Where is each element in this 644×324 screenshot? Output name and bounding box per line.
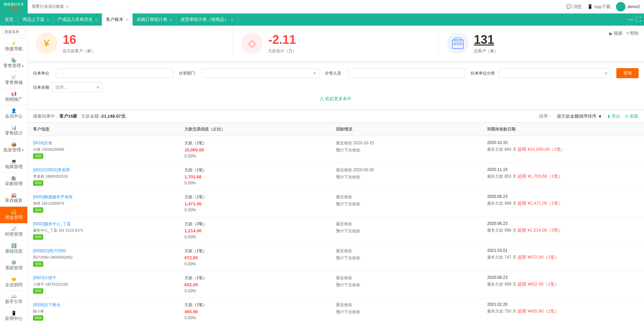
debt-amount[interactable]: 455.90 bbox=[185, 309, 336, 314]
from-unit-input[interactable]: ··· bbox=[56, 68, 173, 78]
overdue-link[interactable]: 超期 ¥10,000.00（1笔） bbox=[517, 147, 565, 152]
collection-cell: 最近收款 2020-06-30 预计下次收款 bbox=[336, 167, 487, 180]
minimize-btn[interactable]: — bbox=[628, 17, 633, 23]
download-btn[interactable]: 📱 App下载 bbox=[587, 4, 611, 10]
sidebar-item-operations[interactable]: 📈 经营管理 bbox=[0, 224, 27, 240]
ecommerce-icon: 💻 bbox=[1, 159, 26, 164]
help-icon: ? bbox=[626, 31, 629, 36]
collection-cell: 最近收款 预计下次收款 bbox=[336, 275, 487, 288]
due-date: 2020.06.23 bbox=[487, 275, 639, 280]
sidebar-item-batch-mgmt[interactable]: 📦 批发管理 ▼ bbox=[0, 139, 27, 156]
close-tab-1[interactable]: ✕ bbox=[47, 18, 49, 22]
overdue-days: 最长欠款 747 天 超期 ¥672.00（1笔） bbox=[487, 254, 639, 260]
help-btn[interactable]: ? 帮助 bbox=[626, 30, 639, 36]
video-btn[interactable]: ▶ 视频 bbox=[609, 30, 622, 36]
customer-name[interactable]: [0007]小饼干 bbox=[33, 275, 185, 281]
close-tab-5[interactable]: ✕ bbox=[231, 18, 233, 22]
customer-name[interactable]: [0001020001]李老师 bbox=[33, 167, 185, 173]
customer-name[interactable]: [000002]用户2050 bbox=[33, 248, 185, 254]
overdue-link[interactable]: 超期 ¥672.00（1笔） bbox=[517, 255, 559, 260]
export-icon: ⬇ bbox=[607, 114, 611, 119]
due-date-cell: 2020.06.23 最长欠款 998 天 超期 ¥652.00（1笔） bbox=[487, 275, 639, 287]
overdue-link[interactable]: 超期 ¥455.90（1笔） bbox=[517, 308, 559, 314]
tab-home[interactable]: 首页 bbox=[0, 13, 19, 26]
balance-select[interactable]: 选择... ▼ bbox=[52, 82, 103, 92]
overdue-days: 最长欠款 884 天 超期 ¥10,000.00（1笔） bbox=[487, 146, 639, 152]
table-header: 客户信息 欠款交易信息（占比） 回款情况 到期未收款日期 bbox=[28, 123, 644, 136]
overdue-link[interactable]: 超期 ¥1,471.00（1笔） bbox=[517, 201, 563, 206]
app-center-label: 应用中心 bbox=[1, 316, 26, 322]
close-tab-2[interactable]: ✕ bbox=[95, 18, 97, 22]
tab-product-history[interactable]: 产成品入库单历史 ✕ bbox=[54, 13, 102, 26]
sidebar-item-retail-mgmt[interactable]: 🏪 零售管理 ▲ bbox=[0, 55, 27, 72]
maximize-btn[interactable]: ⛶ bbox=[636, 17, 641, 23]
debt-amount[interactable]: 1,214.00 bbox=[185, 228, 336, 233]
debt-amount[interactable]: 1,703.68 bbox=[185, 174, 336, 179]
tab-bar: 首页 商品上下架 ✕ 产成品入库单历史 ✕ 客户账本 ✕ 采购订单统计表 ✕ 进… bbox=[0, 13, 644, 26]
close-tab-3[interactable]: ✕ bbox=[125, 18, 128, 22]
dept-select[interactable]: ▼ bbox=[202, 68, 319, 78]
sidebar-item-app-center[interactable]: 📱 应用中心 bbox=[0, 308, 27, 324]
tab-purchase-stats[interactable]: 进货单统计表（按商品） ✕ bbox=[176, 13, 238, 26]
customer-name[interactable]: [0003]畅捷服务尹海燕 bbox=[33, 194, 185, 200]
customer-contact: 用户2050 18665062050 bbox=[33, 255, 185, 260]
sort-select[interactable]: 按欠款金额倒序排序 ▼ bbox=[557, 113, 602, 119]
person-input[interactable]: ··· bbox=[348, 68, 465, 78]
debt-count: 欠款（1笔） bbox=[185, 194, 336, 200]
unit-category-label: 往来单位分类 bbox=[471, 70, 496, 76]
overdue-link[interactable]: 超期 ¥1,214.00（3笔） bbox=[517, 228, 563, 233]
sidebar-item-quick-nav[interactable]: ⚡ 快捷导航 bbox=[0, 38, 27, 55]
last-collection: 最近收款 bbox=[336, 194, 487, 200]
tab-products-offline[interactable]: 商品上下架 ✕ bbox=[19, 13, 54, 26]
sidebar-item-ecommerce[interactable]: 💻 电商管理 bbox=[0, 156, 27, 173]
next-collection: 预计下次收款 bbox=[336, 174, 487, 180]
debt-amount[interactable]: 672.00 bbox=[185, 255, 336, 260]
debt-pct: 0.00% bbox=[185, 262, 336, 266]
unit-category-arrow: ▼ bbox=[605, 71, 608, 75]
industry-selector[interactable]: 母婴行业演示账套 bbox=[32, 4, 64, 9]
person-label: 分管人员 bbox=[325, 70, 345, 76]
unit-category-select[interactable]: ▼ bbox=[499, 68, 611, 78]
retail-store-icon: 🛒 bbox=[1, 75, 26, 80]
overdue-link[interactable]: 超期 ¥1,703.68（1笔） bbox=[517, 174, 563, 179]
sort-label: 排序： bbox=[539, 113, 552, 119]
tab-purchase-order[interactable]: 采购订单统计表 ✕ bbox=[133, 13, 176, 26]
stat-icon-total-customers bbox=[447, 32, 469, 54]
sidebar-item-retail-store[interactable]: 🛒 零售商城 bbox=[0, 72, 27, 89]
close-tab-4[interactable]: ✕ bbox=[169, 18, 172, 22]
customer-tag: 现销 bbox=[33, 180, 43, 186]
sidebar-item-inventory[interactable]: 🏭 库存核算 bbox=[0, 190, 27, 207]
message-btn[interactable]: 💬 消息 bbox=[566, 4, 582, 10]
export-btn[interactable]: ⬇ 导出 bbox=[607, 113, 620, 119]
retail-mgmt-arrow: ▲ bbox=[22, 64, 24, 67]
sidebar-item-system[interactable]: ⚙️ 系统管理 bbox=[0, 257, 27, 274]
debt-amount[interactable]: 1,471.00 bbox=[185, 201, 336, 206]
stat-label-total-customers: 总客户（家） bbox=[474, 48, 498, 54]
sidebar-item-finance[interactable]: 💰 资金管理 bbox=[0, 207, 27, 224]
sidebar-item-guide[interactable]: 📖 新手引导 bbox=[0, 291, 27, 308]
next-collection: 预计下次收款 bbox=[336, 201, 487, 207]
user-menu[interactable]: demo2 bbox=[616, 2, 640, 11]
collapse-btn[interactable]: ⋀ 收起更多条件 bbox=[33, 94, 639, 104]
sidebar-search-input[interactable] bbox=[2, 28, 25, 35]
customer-name[interactable]: [0006]去下粮仓 bbox=[33, 302, 185, 308]
sidebar-item-marketing[interactable]: 📢 营销推广 bbox=[0, 89, 27, 106]
customer-name[interactable]: [0002]服务中心_丁磊 bbox=[33, 221, 185, 227]
stat-value-total-customers[interactable]: 131 bbox=[474, 33, 498, 47]
batch-mgmt-label: 批发管理 bbox=[3, 147, 21, 153]
sidebar-item-basic-info[interactable]: ℹ️ 基础信息 bbox=[0, 240, 27, 257]
search-button[interactable]: 查询 bbox=[616, 68, 639, 78]
debt-amount[interactable]: 10,000.00 bbox=[185, 147, 336, 152]
sidebar-item-member[interactable]: 👤 会员中心 bbox=[0, 106, 27, 122]
tab-customer-account[interactable]: 客户账本 ✕ bbox=[102, 13, 133, 26]
customer-name[interactable]: [0016]吕俊 bbox=[33, 140, 185, 146]
sidebar-item-enterprise[interactable]: 🤝 企业协同 bbox=[0, 274, 27, 291]
debt-info-cell: 欠款（1笔） 672.00 0.00% bbox=[185, 248, 336, 266]
debt-amount[interactable]: 652.00 bbox=[185, 282, 336, 287]
overdue-link[interactable]: 超期 ¥652.00（1笔） bbox=[517, 282, 559, 287]
table-row: [0001020001]李老师 李老师 18600391516 现销 欠款（1笔… bbox=[28, 163, 644, 190]
sidebar-item-purchase[interactable]: 🛍️ 采购管理 bbox=[0, 173, 27, 190]
overdue-days: 最长欠款 998 天 超期 ¥1,471.00（1笔） bbox=[487, 200, 639, 206]
sidebar-item-retail-stats[interactable]: 📊 零售统计 bbox=[0, 122, 27, 139]
refresh-btn[interactable]: ↻ 刷新 bbox=[625, 113, 639, 119]
